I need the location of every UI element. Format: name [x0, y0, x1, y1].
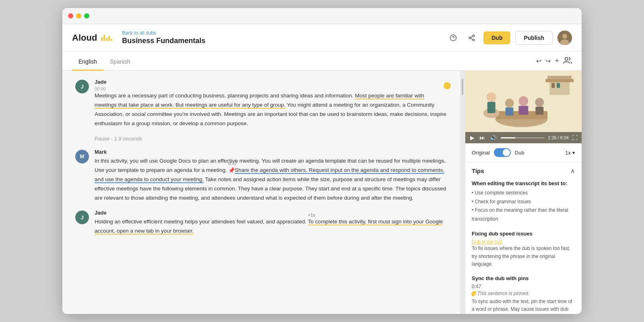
tip-heading-3: Sync the dub with pins: [472, 275, 575, 281]
skip-forward-button[interactable]: ⏭: [479, 134, 486, 141]
progress-fill: [501, 137, 515, 138]
timeline-dot: [444, 82, 451, 89]
undo-icon[interactable]: ↩: [536, 57, 541, 65]
tip-block-3: Sync the dub with pins 0:47 This sentenc…: [472, 275, 575, 314]
tab-english[interactable]: English: [72, 58, 103, 71]
tab-list: English Spanish: [72, 52, 536, 70]
segment-jade-1: J Jade 00:00 Meetings are a necessary pa…: [75, 79, 447, 128]
close-button[interactable]: [68, 13, 73, 19]
nav-center: Back to all dubs Business Fundamentals: [122, 30, 205, 45]
svg-point-18: [487, 92, 496, 102]
timestamp-jade-1: 00:00: [95, 87, 447, 91]
tab-spanish[interactable]: Spanish: [103, 58, 137, 71]
tips-collapse-button[interactable]: ∧: [570, 167, 575, 175]
publish-button[interactable]: Publish: [515, 31, 553, 45]
svg-point-24: [535, 98, 544, 107]
help-button[interactable]: [446, 31, 460, 45]
user-avatar[interactable]: [557, 31, 572, 45]
pin-icon-tip: [471, 290, 477, 297]
svg-point-2: [473, 35, 475, 37]
pause-text: Pause - 1.9 seconds: [95, 136, 447, 142]
svg-point-10: [565, 58, 568, 60]
speaker-name-jade: Jade: [95, 79, 107, 85]
users-icon[interactable]: [563, 56, 572, 65]
titlebar: [62, 8, 582, 24]
dub-button[interactable]: Dub: [483, 31, 510, 44]
svg-rect-21: [506, 107, 514, 116]
zoom-in-icon[interactable]: +: [555, 57, 559, 65]
svg-rect-26: [545, 79, 574, 82]
svg-line-5: [471, 38, 473, 39]
main-content: J Jade 00:00 Meetings are a necessary pa…: [62, 71, 582, 314]
tip-block-2: Fixing dub speed issues Dub is too fast …: [472, 231, 575, 268]
tip-body-2: To fix issues where the dub is spoken to…: [472, 245, 575, 268]
tips-section: Tips ∧ When editing the transcript its b…: [465, 162, 582, 314]
speed-selector[interactable]: 1x ▾: [565, 150, 575, 156]
speaker-name-row: Jade: [95, 79, 447, 85]
speaker-name-row-jade-2: Jade: [95, 210, 447, 216]
transcript-text-jade-1[interactable]: Meetings are a necessary part of conduct…: [95, 91, 447, 128]
segment-jade-2: J Jade Holding an effective efficient me…: [75, 210, 447, 236]
bar4: [108, 36, 110, 41]
logo-icon: [101, 35, 112, 41]
svg-rect-14: [557, 83, 560, 88]
tabs-tools: ↩ ↪ +: [536, 56, 572, 65]
tip-bullet-1: Use complete sentences: [472, 189, 575, 198]
transcript-area[interactable]: J Jade 00:00 Meetings are a necessary pa…: [62, 71, 460, 314]
volume-button[interactable]: 🔊: [489, 134, 497, 141]
playback-row: Original Dub 1x ▾: [465, 143, 582, 162]
speaker-badge-mark: M: [75, 150, 89, 163]
tips-header: Tips ∧: [472, 167, 575, 175]
video-player: ▶ ⏭ 🔊 2:26 / 8:04 ⛶: [465, 71, 582, 143]
header: Aloud Back to all dubs Business Fundamen…: [62, 24, 582, 52]
tip-heading-2: Fixing dub speed issues: [472, 231, 575, 237]
tip-link-2[interactable]: Dub is too fast: [472, 239, 575, 245]
bar5: [111, 39, 112, 41]
back-link[interactable]: Back to all dubs: [122, 30, 205, 36]
minimize-button[interactable]: [76, 13, 81, 19]
tips-title: Tips: [472, 167, 484, 174]
svg-rect-23: [519, 106, 528, 115]
header-actions: Dub Publish: [446, 31, 572, 45]
transcript-text-mark[interactable]: In this activity, you will use Google Do…: [95, 157, 447, 203]
fullscreen-button[interactable]: ⛶: [572, 134, 578, 141]
speaker-name-row-mark: Mark: [95, 149, 447, 155]
speaker-name-jade-2: Jade: [95, 210, 107, 216]
share-button[interactable]: [465, 31, 479, 45]
traffic-lights: [68, 13, 89, 19]
bar1: [101, 37, 103, 41]
svg-point-22: [519, 96, 528, 106]
svg-point-3: [469, 37, 471, 39]
maximize-button[interactable]: [84, 13, 89, 19]
pin-icon: 📌: [228, 166, 232, 172]
highlighted-text-1: Most people are familiar with meetings t…: [95, 93, 424, 109]
speaker-badge-jade: J: [75, 80, 89, 93]
tip-body-3: To sync audio with the text, pin the sta…: [472, 298, 575, 314]
toggle-knob: [503, 149, 510, 156]
original-label: Original: [472, 150, 490, 156]
redo-icon[interactable]: ↪: [545, 57, 551, 65]
svg-rect-19: [487, 102, 495, 113]
transcript-text-jade-2[interactable]: Holding an effective efficient meeting h…: [95, 217, 447, 236]
playback-toggle[interactable]: [494, 148, 511, 157]
page-title: Business Fundamentals: [122, 37, 205, 45]
dub-label: Dub: [515, 150, 524, 156]
bar3: [106, 38, 107, 41]
tip-bullet-2: Check for grammar issues: [472, 198, 575, 206]
speaker-info-mark: Mark In this activity, you will use Goog…: [95, 149, 447, 203]
logo-text: Aloud: [72, 33, 97, 43]
highlighted-link-1: Share the agenda with others. Request in…: [95, 167, 444, 183]
pinned-text: This sentence is pinned.: [477, 291, 529, 296]
svg-rect-27: [547, 76, 572, 79]
speaker-badge-jade-2: J: [75, 211, 89, 224]
highlighted-link-2: To complete this activity, first must si…: [95, 219, 443, 235]
progress-bar[interactable]: [501, 137, 545, 138]
svg-point-4: [473, 39, 475, 41]
scroll-thumb: [462, 79, 463, 95]
app-window: Aloud Back to all dubs Business Fundamen…: [62, 8, 582, 314]
play-button[interactable]: ▶: [469, 134, 475, 141]
toggle-slider: [494, 148, 511, 157]
time-display: 2:26 / 8:04: [548, 135, 569, 140]
svg-line-6: [471, 36, 473, 37]
scroll-indicator: [460, 71, 465, 314]
